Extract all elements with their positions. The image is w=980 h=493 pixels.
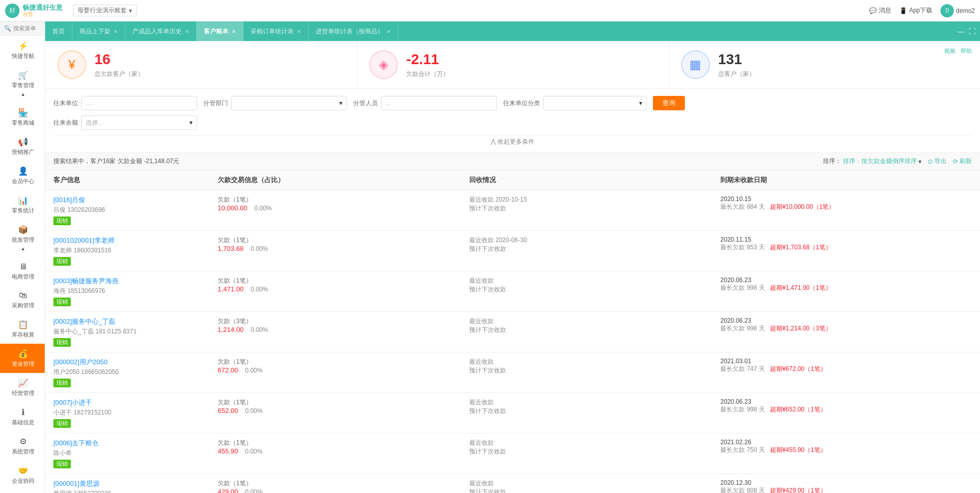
next-collection-6: 预计下次收款 [469,447,721,456]
recovery-info-4: 最近收款 预计下次收款 [469,358,721,375]
unit-category-dropdown-icon: ▾ [639,100,642,107]
sidebar-item-quick-nav[interactable]: ⚡ 快捷导航 [0,36,45,65]
due-info-6: 2021.02.26 最长欠款 750 天 超期¥455.90（1笔） [720,439,972,455]
total-customers-icon: ▦ [681,50,710,79]
tab-close-stock-stats[interactable]: ✕ [387,29,391,34]
customer-info-5: [0007]小进干 小进干 18279152100 现销 [53,398,218,428]
due-info-7: 2020.12.30 最长欠款 808 天 超期¥429.00（1笔） [720,479,972,493]
filter-collapse[interactable]: ⋀ 收起更多条件 [53,135,972,148]
sidebar-item-marketing[interactable]: 📢 营销推广 [0,132,45,161]
tab-bar: 首页 商品上下架 ✕ 产成品入库单历史 ✕ 客户账本 ✕ 采购订单统计表 ✕ [45,22,980,41]
customer-name-4[interactable]: [000002]用户2050 [53,358,218,367]
view-link[interactable]: 视频 [944,47,955,55]
customer-name-2[interactable]: [0003]畅捷服务尹海燕 [53,277,218,286]
tab-close-stock-history[interactable]: ✕ [185,29,189,34]
overdue-amount-0: 超期¥10,000.00（1笔） [770,203,835,210]
sidebar-item-system[interactable]: ⚙ 系统管理 [0,431,45,461]
unit-category-select[interactable]: ▾ [543,96,647,110]
query-button[interactable]: 查询 [653,96,685,110]
sort-dropdown-icon: ▾ [918,158,921,165]
debt-info-1: 欠款（1笔） 1,703.68 0.00% [218,236,469,252]
overdue-amount-7: 超期¥429.00（1笔） [770,487,827,493]
debt-ratio-1: 0.00% [251,245,268,252]
debt-count-1: 欠款（1笔） [218,236,469,245]
overdue-amount-2: 超期¥1,471.00（1笔） [770,284,832,291]
sidebar-item-ecommerce[interactable]: 🖥 电商管理 [0,257,45,286]
balance-select[interactable]: 选择... ▾ [81,115,197,130]
manager-input[interactable]: ... [381,96,497,110]
user-profile[interactable]: D demo2 [940,4,975,17]
customer-info-1: [0001020001]李老师 李老师 18600391516 现销 [53,236,218,266]
col-header-recovery: 回收情况 [469,175,721,185]
customer-name-1[interactable]: [0001020001]李老师 [53,236,218,245]
overdue-amount-1: 超期¥1,703.68（1笔） [770,244,832,251]
debt-amount-0: 10,000.00 [218,204,247,212]
customer-name-0[interactable]: [0016]吕俊 [53,195,218,205]
customer-name-3[interactable]: [0002]服务中心_丁磊 [53,317,218,326]
messages-button[interactable]: 💬 消息 [869,6,891,15]
sidebar-item-retail-stats[interactable]: 📊 零售统计 [0,190,45,220]
debt-count-5: 欠款（1笔） [218,398,469,407]
tab-minimize-button[interactable]: — [957,27,965,35]
table-row: [0001020001]李老师 李老师 18600391516 现销 欠款（1笔… [45,231,980,271]
sidebar-item-basic-info[interactable]: ℹ 基础信息 [0,402,45,431]
overdue-days-4: 最长欠款 747 天 [720,365,765,372]
app-download-button[interactable]: 📱 App下载 [899,6,932,15]
filter-manager: 分管人员 ... [353,96,497,110]
dept-select[interactable]: ▾ [231,96,347,110]
tab-close-goods-listing[interactable]: ✕ [113,29,118,34]
table-row: [0002]服务中心_丁磊 服务中心_丁磊 181 0125 8371 现销 欠… [45,312,980,352]
search-menu[interactable]: 🔍 搜索菜单 [0,22,45,36]
customer-name-5[interactable]: [0007]小进干 [53,398,218,407]
sidebar-item-member[interactable]: 👤 会员中心 [0,161,45,190]
overdue-days-0: 最长欠款 884 天 [720,203,765,210]
logo-icon: 好 [5,4,20,18]
sort-button[interactable]: 排序： 排序：按欠款金额倒序排序 ▾ [823,157,921,166]
sidebar-item-retail-mall[interactable]: 🏪 零售商城 [0,103,45,132]
company-selector[interactable]: 母婴行业演示账套 ▾ [73,5,137,16]
tab-stock-history[interactable]: 产成品入库单历史 ✕ [125,22,197,41]
tab-close-purchase-stats[interactable]: ✕ [297,29,301,34]
due-date-5: 2020.06.23 [720,398,972,405]
operations-icon: 📈 [18,378,28,388]
sidebar-item-enterprise[interactable]: 🤝 企业协同 [0,461,45,490]
top-bar: 好 畅捷通好生意 示范 母婴行业演示账套 ▾ 💬 消息 📱 App下载 D de… [0,0,980,22]
source-unit-input[interactable]: ... [81,96,197,110]
sidebar-item-finance[interactable]: 💰 资金管理 [0,344,45,373]
sidebar-item-retail-mgmt[interactable]: 🛒 零售管理 ▴ [0,65,45,103]
next-collection-3: 预计下次收款 [469,326,721,334]
customer-info-0: [0016]吕俊 吕俊 13026203696 现销 [53,195,218,225]
debt-amount-1: 1,703.68 [218,245,244,252]
content-area: 首页 商品上下架 ✕ 产成品入库单历史 ✕ 客户账本 ✕ 采购订单统计表 ✕ [45,22,980,493]
next-collection-4: 预计下次收款 [469,366,721,375]
sidebar-item-purchase[interactable]: 🛍 采购管理 [0,286,45,314]
tab-maximize-button[interactable]: ⛶ [969,27,976,35]
total-customers-label: 总客户（家） [718,70,755,78]
debt-count-2: 欠款（1笔） [218,277,469,285]
tab-home[interactable]: 首页 [45,22,72,41]
tab-stock-stats[interactable]: 进货单统计表（按商品） ✕ [309,22,398,41]
export-button[interactable]: ⊙ 导出 [928,157,947,166]
customer-name-7[interactable]: [000001]黄思源 [53,479,218,488]
overdue-amount-5: 超期¥652.00（1笔） [770,406,827,413]
filter-unit-category: 往来单位分类 ▾ [503,96,647,110]
due-date-2: 2020.06.23 [720,277,972,284]
tab-customer-ledger[interactable]: 客户账本 ✕ [197,22,243,41]
recent-collection-1: 最近收款 2020-06-30 [469,236,721,245]
sidebar-item-guide[interactable]: 🎯 新手引导 [0,490,45,493]
tab-goods-listing[interactable]: 商品上下架 ✕ [72,22,125,41]
overdue-days-1: 最长欠款 853 天 [720,244,765,251]
customer-name-6[interactable]: [0006]去下粮仓 [53,439,218,448]
tab-close-customer-ledger[interactable]: ✕ [232,29,236,34]
refresh-button[interactable]: ⟳ 刷新 [953,157,972,166]
sidebar-item-inventory[interactable]: 📋 库存核算 [0,314,45,344]
tab-purchase-stats[interactable]: 采购订单统计表 ✕ [243,22,309,41]
results-summary: 搜索结果中，客户16家 欠款金额 -21,148.07元 [53,157,179,166]
help-link[interactable]: 帮助 [960,47,972,55]
recent-collection-3: 最近收款 [469,317,721,326]
sidebar-item-wholesale[interactable]: 📦 批发管理 ▴ [0,220,45,257]
due-info-4: 2021.03.01 最长欠款 747 天 超期¥672.00（1笔） [720,358,972,373]
due-date-0: 2020.10.15 [720,195,972,203]
debt-amount-4: 672.00 [218,366,238,374]
sidebar-item-operations[interactable]: 📈 经营管理 [0,373,45,402]
